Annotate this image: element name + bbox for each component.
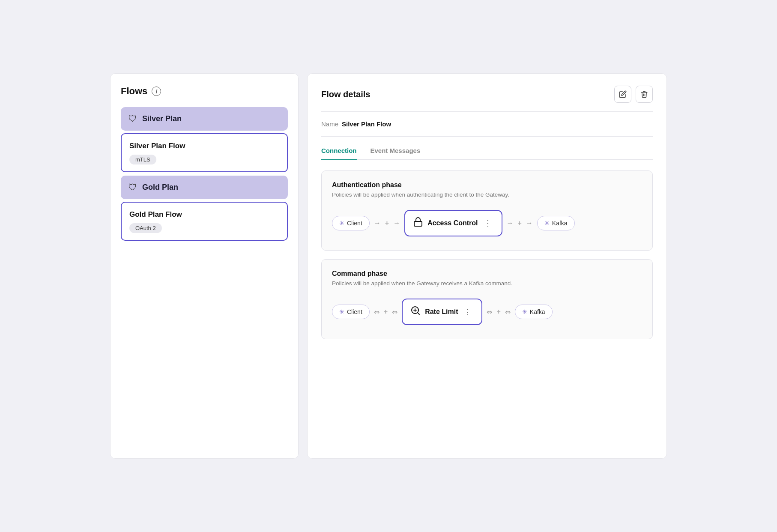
command-phase-title: Command phase <box>332 270 642 278</box>
name-value: Silver Plan Flow <box>342 120 391 128</box>
access-control-node[interactable]: Access Control ⋮ <box>404 210 502 236</box>
silver-plan-title: Silver Plan <box>142 114 182 123</box>
command-double-arrow-3: ⇔ <box>487 308 492 316</box>
command-plus-2: + <box>496 308 500 316</box>
main-container: Flows i 🛡 Silver Plan Silver Plan Flow m… <box>110 73 667 459</box>
command-kafka-icon: ✳ <box>522 308 527 315</box>
gold-plan-flow-item[interactable]: Gold Plan Flow OAuth 2 <box>121 202 288 241</box>
tabs: Connection Event Messages <box>321 147 653 160</box>
access-control-menu-icon[interactable]: ⋮ <box>482 218 494 228</box>
gold-plan-title: Gold Plan <box>142 183 178 192</box>
gold-plan-header[interactable]: 🛡 Gold Plan <box>121 176 288 199</box>
tab-connection[interactable]: Connection <box>321 147 357 160</box>
kafka-node-icon: ✳ <box>544 220 550 227</box>
tab-event-messages[interactable]: Event Messages <box>371 147 421 160</box>
svg-line-2 <box>418 313 419 314</box>
auth-phase-desc: Policies will be applied when authentica… <box>332 191 642 198</box>
access-control-label: Access Control <box>427 219 478 227</box>
auth-client-node[interactable]: ✳ Client <box>332 216 370 230</box>
rate-limit-icon <box>410 305 421 318</box>
command-phase-desc: Policies will be applied when the Gatewa… <box>332 280 642 287</box>
silver-plan-flow-item[interactable]: Silver Plan Flow mTLS <box>121 133 288 172</box>
name-row: Name Silver Plan Flow <box>321 120 653 137</box>
edit-button[interactable] <box>614 86 631 103</box>
flows-header: Flows i <box>121 86 288 97</box>
auth-kafka-node[interactable]: ✳ Kafka <box>537 216 575 230</box>
delete-button[interactable] <box>636 86 653 103</box>
auth-arrow-3: → <box>507 219 514 227</box>
name-label: Name <box>321 120 338 128</box>
rate-limit-label: Rate Limit <box>425 308 458 316</box>
info-icon[interactable]: i <box>152 87 161 96</box>
command-phase-card: Command phase Policies will be applied w… <box>321 259 653 339</box>
rate-limit-node[interactable]: Rate Limit ⋮ <box>402 299 482 325</box>
gold-flow-badge: OAuth 2 <box>129 223 162 233</box>
command-double-arrow-4: ⇔ <box>505 308 511 316</box>
command-client-icon: ✳ <box>339 308 344 315</box>
auth-plus-2: + <box>518 219 522 227</box>
shield-icon-silver: 🛡 <box>129 114 137 124</box>
flow-details-header: Flow details <box>321 86 653 112</box>
left-panel: Flows i 🛡 Silver Plan Silver Plan Flow m… <box>110 73 299 459</box>
auth-plus-1: + <box>385 219 389 227</box>
shield-icon-gold: 🛡 <box>129 182 137 192</box>
gold-flow-title: Gold Plan Flow <box>129 210 279 219</box>
rate-limit-menu-icon[interactable]: ⋮ <box>462 307 474 317</box>
auth-client-label: Client <box>347 220 362 227</box>
auth-flow-row: ✳ Client → + → Access Control ⋮ <box>332 210 642 236</box>
silver-plan-group: 🛡 Silver Plan Silver Plan Flow mTLS <box>121 107 288 172</box>
auth-arrow-2: → <box>393 219 400 227</box>
auth-arrow-4: → <box>526 219 533 227</box>
auth-phase-card: Authentication phase Policies will be ap… <box>321 170 653 251</box>
auth-phase-title: Authentication phase <box>332 181 642 189</box>
right-panel: Flow details <box>307 73 667 459</box>
command-client-label: Client <box>347 308 362 315</box>
svg-rect-0 <box>414 221 422 226</box>
lock-icon <box>413 217 423 230</box>
silver-flow-badge: mTLS <box>129 155 156 164</box>
silver-flow-title: Silver Plan Flow <box>129 142 279 150</box>
flows-title: Flows <box>121 86 147 97</box>
command-double-arrow-1: ⇔ <box>374 308 380 316</box>
client-node-icon: ✳ <box>339 220 344 227</box>
command-flow-row: ✳ Client ⇔ + ⇔ Rate L <box>332 299 642 325</box>
command-plus-1: + <box>384 308 388 316</box>
command-client-node[interactable]: ✳ Client <box>332 305 370 319</box>
command-double-arrow-2: ⇔ <box>392 308 397 316</box>
command-kafka-label: Kafka <box>530 308 545 315</box>
flow-details-title: Flow details <box>321 90 370 99</box>
gold-plan-group: 🛡 Gold Plan Gold Plan Flow OAuth 2 <box>121 176 288 241</box>
auth-kafka-label: Kafka <box>552 220 568 227</box>
command-kafka-node[interactable]: ✳ Kafka <box>515 305 553 319</box>
silver-plan-header[interactable]: 🛡 Silver Plan <box>121 107 288 131</box>
auth-arrow-1: → <box>374 219 381 227</box>
header-actions <box>614 86 653 103</box>
